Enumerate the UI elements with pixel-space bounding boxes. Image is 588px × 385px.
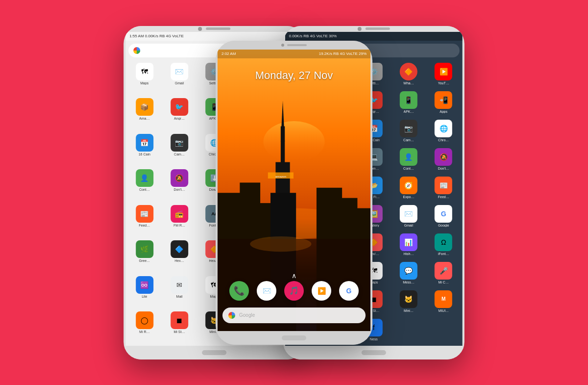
app-r-ifont[interactable]: ΩiFont…	[427, 232, 461, 259]
app-hex[interactable]: 🔷Hex…	[162, 239, 196, 274]
app-r-miui[interactable]: MMIUI…	[427, 289, 461, 316]
app-angry[interactable]: 🐦Angr…	[162, 97, 196, 131]
app-contacts[interactable]: 👤Cont…	[127, 168, 161, 203]
home-button-center[interactable]	[282, 335, 306, 340]
app-label: Cam…	[403, 138, 414, 142]
app-mist[interactable]: ◼Mi St…	[162, 310, 196, 345]
dock-phone[interactable]: 📞	[229, 281, 249, 301]
home-button-left[interactable]	[202, 350, 226, 355]
status-right-text: 0.00K/s RB 4G VoLTE 30%	[289, 34, 337, 38]
r-whatsapp-icon: 🔶	[400, 63, 417, 80]
app-label: Don't…	[173, 188, 185, 191]
app-r-gmail2[interactable]: ✉️Gmail	[392, 204, 425, 231]
app-label: Mi St…	[174, 330, 185, 334]
app-label: Apps	[440, 110, 447, 113]
app-r-google[interactable]: GGoogle	[427, 204, 461, 231]
app-lite[interactable]: ♾️Lite	[127, 275, 161, 309]
r-chrome-icon: 🌐	[435, 120, 452, 137]
phone-bottom-right	[283, 346, 465, 359]
app-label: Lite	[142, 295, 147, 298]
app-r-apps[interactable]: 📲Apps	[427, 90, 461, 117]
date-display: Monday, 27 Nov	[218, 69, 370, 82]
center-search-pill[interactable]: Google	[222, 308, 366, 323]
app-r-youtube[interactable]: ▶️YouT…	[427, 61, 461, 89]
phone-top-bar-center	[216, 41, 372, 50]
app-label: APK…	[403, 110, 414, 113]
lite-icon: ♾️	[136, 276, 153, 294]
app-maps[interactable]: 🗺Maps	[127, 61, 161, 96]
app-r-contacts[interactable]: 👤Cont…	[392, 147, 425, 174]
app-dont[interactable]: 🔕Don't…	[162, 168, 196, 203]
status-bar-right: 0.00K/s RB 4G VoLTE 30%	[285, 32, 463, 41]
app-label: Gree…	[139, 259, 150, 262]
app-label: Mi R…	[139, 330, 149, 334]
app-r-hish[interactable]: 📊Hish…	[392, 232, 425, 259]
dock-play[interactable]: ▶️	[312, 281, 331, 301]
app-label: iFont…	[438, 252, 449, 256]
app-label: FM R…	[173, 224, 185, 227]
search-text: Google	[239, 312, 255, 318]
amazon-icon: 📦	[136, 98, 153, 116]
app-r-camera[interactable]: 📷Cam…	[392, 118, 425, 146]
app-label: Mail	[176, 295, 183, 298]
center-status-bar: 2:02 AM 19.2K/s RB 4G VoLTE 29%	[218, 50, 370, 58]
home-button-right[interactable]	[362, 350, 386, 355]
app-amazon[interactable]: 📦Ama…	[127, 97, 161, 131]
speaker-center	[287, 44, 307, 46]
dock-music[interactable]: 🎵	[284, 281, 304, 301]
phone-bottom-center	[216, 331, 372, 345]
app-label: Mini…	[404, 309, 414, 312]
screen-center: amazon 2:02 AM 19.2K/s RB 4G VoLTE 29% M…	[218, 50, 370, 331]
camera-dot-left	[198, 27, 202, 31]
app-feed[interactable]: 📰Feed…	[127, 204, 161, 238]
app-label: Chro…	[438, 138, 449, 142]
gmail-icon: ✉️	[171, 63, 188, 80]
center-time: 2:02 AM	[221, 51, 236, 56]
app-mir[interactable]: ◯Mi R…	[127, 310, 161, 345]
center-signal: 19.2K/s RB 4G VoLTE 29%	[319, 51, 367, 56]
app-label: Expo…	[403, 195, 415, 199]
app-calendar[interactable]: 📅16 Cain	[127, 132, 161, 167]
maps-icon: 🗺	[136, 63, 153, 80]
app-label: Angr…	[174, 117, 185, 120]
app-fm[interactable]: 📻FM R…	[162, 204, 196, 238]
app-label: Wha…	[403, 81, 414, 85]
dock-area: 📞 ✉️ 🎵 ▶️ G	[218, 277, 370, 331]
r-feed-icon: 📰	[435, 177, 452, 194]
app-green[interactable]: 🌿Gree…	[127, 239, 161, 274]
app-r-explore[interactable]: 🧭Expo…	[392, 175, 425, 203]
phones-container: 1:55 AM 0.00K/s RB 4G VoLTE 🗺Maps ✉️Gmai…	[0, 0, 588, 385]
app-label: Ness	[370, 337, 378, 341]
svg-text:amazon: amazon	[275, 174, 287, 178]
dock-gmail[interactable]: ✉️	[257, 281, 276, 301]
speaker-left	[206, 27, 230, 30]
r-apps-icon: 📲	[435, 91, 452, 109]
app-r-chrome[interactable]: 🌐Chro…	[427, 118, 461, 146]
mir-icon: ◯	[136, 311, 153, 329]
dock-google[interactable]: G	[339, 281, 359, 301]
app-r-whatsapp[interactable]: 🔶Wha…	[392, 61, 425, 89]
app-r-apk[interactable]: 📱APK…	[392, 90, 425, 117]
app-r-dont[interactable]: 🔕Don't…	[427, 147, 461, 174]
app-label: Hish…	[403, 252, 414, 256]
app-label: Hex…	[174, 259, 184, 262]
dont-icon: 🔕	[171, 169, 188, 187]
calendar-icon: 📅	[136, 134, 153, 152]
app-mail[interactable]: ✉Mail	[162, 275, 196, 309]
app-label: Maps	[140, 81, 148, 85]
app-camera[interactable]: 📷Cam…	[162, 132, 196, 167]
app-label: Cont…	[403, 167, 414, 170]
r-hish-icon: 📊	[400, 233, 417, 251]
status-bar-left: 1:55 AM 0.00K/s RB 4G VoLTE	[125, 32, 303, 41]
svg-point-16	[250, 236, 311, 251]
app-r-mini[interactable]: 🐱Mini…	[392, 289, 425, 316]
app-r-feed[interactable]: 📰Feed…	[427, 175, 461, 203]
app-r-mess[interactable]: 💬Mess…	[392, 260, 425, 288]
app-label: 16 Cain	[139, 153, 150, 156]
app-gmail[interactable]: ✉️Gmail	[162, 61, 196, 96]
app-r-mic[interactable]: 🎤Mi C…	[427, 260, 461, 288]
wallpaper-bg: amazon 2:02 AM 19.2K/s RB 4G VoLTE 29% M…	[218, 50, 370, 331]
camera-dot-center	[281, 44, 284, 47]
r-gmail2-icon: ✉️	[400, 205, 417, 223]
phone-center: amazon 2:02 AM 19.2K/s RB 4G VoLTE 29% M…	[216, 41, 372, 345]
